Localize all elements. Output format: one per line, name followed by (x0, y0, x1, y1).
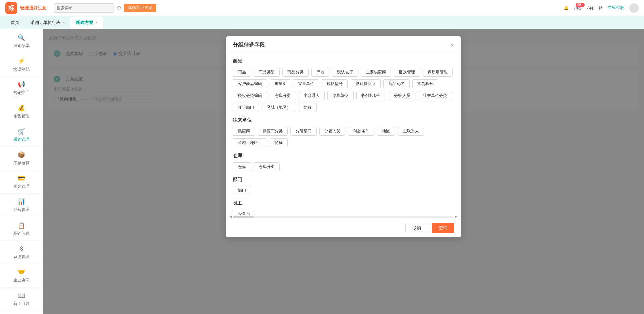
sidebar-item-sales[interactable]: 💰 销售管理 (0, 100, 43, 123)
field-tag[interactable]: 零售单位 (293, 79, 319, 88)
app-download-link[interactable]: App下载 (587, 5, 602, 11)
sidebar: 🔍 搜索菜单 ⚡ 快捷导航 📢 营销推广 💰 销售管理 🛒 采购管理 📦 库存核… (0, 29, 43, 314)
online-service-link[interactable]: 在线客服 (608, 5, 624, 11)
sidebar-item-finance[interactable]: 💳 资金管理 (0, 170, 43, 194)
tab-home[interactable]: 首页 (5, 17, 25, 29)
notification-area[interactable]: 🔔 99+ 消息 (564, 5, 582, 11)
modal-close-btn[interactable]: × (450, 42, 454, 48)
sidebar-item-operations-label: 经营管理 (13, 207, 30, 213)
section-product: 商品 商品 商品类型 商品分类 产地 默认仓库 主要供应商 批次管理 保质期管理… (233, 58, 454, 112)
confirm-button[interactable]: 查询 (432, 223, 454, 233)
tab-new-plan-close[interactable]: × (95, 20, 98, 25)
field-tag[interactable]: 分管部门 (290, 127, 317, 136)
field-tag[interactable]: 供应商分类 (258, 127, 288, 136)
field-tag[interactable]: 商品别名 (383, 79, 410, 88)
sidebar-item-search-menu[interactable]: 🔍 搜索菜单 (0, 29, 43, 53)
field-tag[interactable]: 批次管理 (394, 68, 420, 77)
field-tag[interactable]: 部门 (233, 186, 251, 195)
sidebar-item-enterprise-collab[interactable]: 🤝 企业协同 (0, 264, 43, 288)
field-tag[interactable]: 主联系人 (398, 127, 424, 136)
logo-icon: 标 (5, 2, 17, 14)
field-tag[interactable]: 规格型号 (322, 79, 348, 88)
field-tag[interactable]: 地区 (377, 127, 395, 136)
field-tag[interactable]: 商品 (233, 68, 251, 77)
field-tag[interactable]: 区域（地区） (233, 138, 267, 147)
staff-tags: 业务员 (233, 210, 454, 215)
sidebar-item-marketing[interactable]: 📢 营销推广 (0, 76, 43, 100)
field-tag[interactable]: 业务员 (233, 210, 255, 215)
field-tag[interactable]: 商品类型 (254, 68, 280, 77)
tab-purchase-order[interactable]: 采购订单执行表 × (25, 17, 70, 29)
tab-bar: 首页 采购订单执行表 × 新建方案 × (0, 16, 644, 29)
field-tag[interactable]: 商品分类 (282, 68, 309, 77)
field-tag[interactable]: 仓库分类 (270, 91, 296, 100)
field-tag[interactable]: 产地 (311, 68, 329, 77)
operations-icon: 📊 (17, 198, 25, 206)
field-tag[interactable]: 分管人员 (319, 127, 345, 136)
field-tag[interactable]: 分管人员 (389, 91, 415, 100)
field-tag[interactable]: 拣货积分 (412, 79, 438, 88)
guide-icon: 📖 (17, 292, 25, 300)
field-tag[interactable]: 仓库 (233, 162, 251, 171)
field-tag[interactable]: 税收分类编码 (233, 91, 267, 100)
sales-icon: 💰 (17, 104, 25, 112)
badge-count: 99+ (576, 3, 585, 7)
field-tag[interactable]: 区域（地区） (262, 103, 296, 112)
modal-title: 分组待选字段 (233, 42, 265, 49)
sidebar-item-purchase[interactable]: 🛒 采购管理 (0, 123, 43, 147)
tab-new-plan-label: 新建方案 (76, 20, 93, 26)
field-tag[interactable]: 仓库分类 (254, 162, 280, 171)
sidebar-item-basic-info-label: 基础信息 (13, 231, 30, 236)
field-tag[interactable]: 主联系人 (299, 91, 325, 100)
sidebar-item-app-center[interactable]: 📱 应用中心 (0, 311, 43, 314)
tab-purchase-order-close[interactable]: × (63, 20, 65, 25)
quick-nav-icon: ⚡ (17, 57, 25, 65)
finance-icon: 💳 (17, 174, 25, 182)
section-department-label: 部门 (233, 177, 454, 183)
section-partner: 往来单位 供应商 供应商分类 分管部门 分管人员 付款条件 地区 主联系人 区域… (233, 117, 454, 147)
notification-icon: 🔔 (564, 6, 569, 10)
field-tag[interactable]: 重量3 (270, 79, 290, 88)
search-input[interactable] (54, 3, 114, 13)
field-tag[interactable]: 默认仓库 (332, 68, 358, 77)
gear-icon[interactable]: ⚙ (117, 5, 121, 11)
modal-hscroll: ◀ ▶ (226, 215, 461, 218)
field-tag[interactable]: 保质期管理 (423, 68, 453, 77)
modal-footer: 取消 查询 (226, 218, 461, 237)
partner-tags: 供应商 供应商分类 分管部门 分管人员 付款条件 地区 主联系人 区域（地区） … (233, 127, 454, 147)
search-menu-icon: 🔍 (17, 34, 25, 42)
field-tag[interactable]: 简称 (299, 103, 317, 112)
field-tag[interactable]: 默认供应商 (351, 79, 381, 88)
field-tag[interactable]: 收付款条件 (356, 91, 386, 100)
experience-btn[interactable]: 体验行业方案 (124, 4, 156, 12)
sidebar-item-guide[interactable]: 📖 新手引导 (0, 288, 43, 311)
sidebar-item-operations[interactable]: 📊 经营管理 (0, 194, 43, 217)
section-partner-label: 往来单位 (233, 117, 454, 123)
header-right: 🔔 99+ 消息 App下载 在线客服 (564, 3, 639, 13)
field-tag[interactable]: 结算单位 (327, 91, 354, 100)
section-product-label: 商品 (233, 58, 454, 64)
tab-new-plan[interactable]: 新建方案 × (70, 17, 103, 29)
field-tag[interactable]: 付款条件 (348, 127, 374, 136)
avatar[interactable] (629, 3, 639, 13)
sidebar-item-quick-nav[interactable]: ⚡ 快捷导航 (0, 53, 43, 76)
cancel-button[interactable]: 取消 (405, 223, 428, 233)
field-tag[interactable]: 客户商品编码 (233, 79, 267, 88)
enterprise-collab-icon: 🤝 (17, 268, 25, 276)
field-tag[interactable]: 简称 (270, 138, 288, 147)
field-tag[interactable]: 往来单位分类 (418, 91, 452, 100)
sidebar-item-inventory[interactable]: 📦 库存核算 (0, 147, 43, 170)
field-tag[interactable]: 供应商 (233, 127, 255, 136)
header-center: ⚙ 体验行业方案 (48, 3, 564, 13)
field-tag[interactable]: 分管部门 (233, 103, 259, 112)
sidebar-item-basic-info[interactable]: 📋 基础信息 (0, 217, 43, 241)
field-tag[interactable]: 主要供应商 (361, 68, 391, 77)
tab-home-label: 首页 (11, 20, 19, 26)
inventory-icon: 📦 (17, 151, 25, 159)
sidebar-item-system[interactable]: ⚙ 系统管理 (0, 241, 43, 264)
sidebar-item-purchase-label: 采购管理 (13, 137, 30, 142)
purchase-icon: 🛒 (17, 127, 25, 135)
sidebar-item-quick-nav-label: 快捷导航 (13, 66, 30, 72)
system-icon: ⚙ (17, 245, 25, 253)
section-warehouse: 仓库 仓库 仓库分类 (233, 153, 454, 171)
